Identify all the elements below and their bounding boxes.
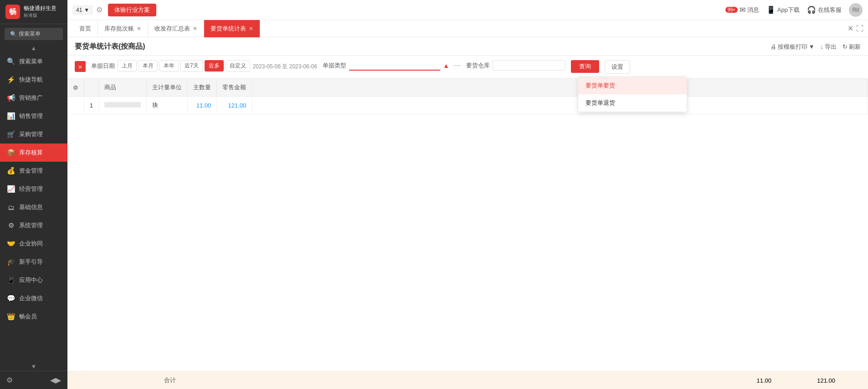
sidebar-item-enterprise[interactable]: 🤝 企业协同 [0,235,67,253]
logo-icon: 畅 [5,5,20,19]
hot-btn[interactable]: 近多 [205,60,224,72]
sidebar-label-marketing: 营销推广 [19,94,43,102]
online-service-btn[interactable]: 🎧 在线客服 [807,5,842,14]
user-avatar[interactable]: Rit [849,3,863,17]
sidebar-scroll-down[interactable]: ▼ [0,362,67,371]
tab-inventory-batch[interactable]: 库存批次账✕ [98,20,148,37]
store-badge[interactable]: 41 ▼ [73,5,92,15]
warehouse-filter-input[interactable] [493,60,565,71]
sidebar-icon-member: 👑 [6,312,15,321]
sidebar-icon-app-center: 📱 [6,276,15,285]
content-area: 要货单统计表(按商品) 🖨 按模板打印 ▼ ↓ 导出 ↻ 刷新 » [67,37,868,389]
th-settings[interactable]: ⚙ [67,79,84,97]
sidebar-item-enterprise-wechat[interactable]: 💬 企业微信 [0,289,67,307]
industry-btn[interactable]: 体验行业方案 [108,4,156,16]
tab-label-inventory-batch: 库存批次账 [104,25,134,33]
sidebar-item-newbie[interactable]: 🎓 新手引导 [0,253,67,271]
th-unit: 主计量单位 [147,79,188,97]
sidebar-item-inventory[interactable]: 📦 库存核算 [0,143,67,162]
last-month-btn[interactable]: 上月 [118,60,137,72]
tab-close-receivables-summary[interactable]: ✕ [193,26,197,32]
dropdown-item-order-return[interactable]: 要货单退货 [578,94,687,112]
export-btn[interactable]: ↓ 导出 [819,43,837,51]
tab-label-order-stats: 要货单统计表 [211,25,246,33]
sidebar-item-finance[interactable]: 💰 资金管理 [0,162,67,180]
goods-placeholder [104,102,141,107]
type-filter-more[interactable]: ··· [454,61,461,70]
custom-btn[interactable]: 自定义 [226,60,250,72]
type-filter-arrow[interactable]: ▲ [443,62,449,69]
phone-icon: 📱 [766,5,776,14]
th-quantity: 主数量 [188,79,217,97]
sidebar-item-purchase[interactable]: 🛒 采购管理 [0,125,67,143]
export-icon: ↓ [821,43,824,50]
date-filter-label: 单据日期 [91,62,115,70]
sidebar-item-sales[interactable]: 📊 销售管理 [0,107,67,125]
sidebar-label-quick-nav: 快捷导航 [19,76,43,84]
filter-expand-btn[interactable]: » [75,61,86,72]
query-btn[interactable]: 查询 [571,60,599,73]
sidebar-scroll-up[interactable]: ▲ [0,44,67,52]
date-range-display: 2023-05-06 至 2023-06-06 [253,63,317,71]
th-row-num [84,79,99,97]
message-badge: 99+ [725,7,738,13]
type-filter-input[interactable] [349,60,440,71]
sidebar-icon-newbie: 🎓 [6,257,15,266]
sidebar-label-enterprise: 企业协同 [19,240,43,248]
export-label: 导出 [825,43,837,51]
close-window-icon[interactable]: ✕ [847,24,853,33]
last-7-days-btn[interactable]: 近7天 [180,60,203,72]
sidebar-icon-enterprise-wechat: 💬 [6,294,15,303]
sidebar-search[interactable]: 🔍 搜索菜单 [5,28,63,40]
tab-close-inventory-batch[interactable]: ✕ [137,26,141,32]
refresh-btn[interactable]: ↻ 刷新 [841,43,861,51]
sidebar-item-operations[interactable]: 📈 经营管理 [0,180,67,198]
td-settings [67,97,84,114]
table-header-row: ⚙ 商品 主计量单位 主数量 零售金额 [67,79,868,97]
th-amount: 零售金额 [217,79,252,97]
tab-receivables-summary[interactable]: 收发存汇总表✕ [148,20,204,37]
sidebar-label-operations: 经营管理 [19,185,43,193]
sidebar-item-system[interactable]: ⚙ 系统管理 [0,216,67,235]
td-unit: 块 [147,97,188,114]
footer-quantity: 11.00 [735,377,771,384]
collapse-icon[interactable]: ◀▶ [50,376,61,384]
app-download-btn[interactable]: 📱 App下载 [766,5,800,14]
tab-close-order-stats[interactable]: ✕ [249,26,253,32]
sidebar-item-search[interactable]: 🔍 搜索菜单 [0,52,67,71]
print-icon: 🖨 [770,43,776,50]
user-name: Rit [853,7,859,13]
sidebar-item-app-center[interactable]: 📱 应用中心 [0,271,67,289]
td-amount: 121.00 [217,97,252,114]
sidebar-item-marketing[interactable]: 📢 营销推广 [0,89,67,107]
print-btn[interactable]: 🖨 按模板打印 ▼ [769,43,815,51]
sidebar-label-inventory: 库存核算 [19,148,43,157]
sidebar-item-member[interactable]: 👑 畅会员 [0,307,67,326]
table-footer: 合计 11.00 121.00 [67,371,868,389]
sidebar-search-label: 搜索菜单 [19,30,41,38]
warehouse-filter-label: 要货仓库 [466,61,490,70]
this-year-btn[interactable]: 本年 [159,60,179,72]
logo-title: 畅捷通好生意 [24,5,56,12]
this-month-btn[interactable]: 本月 [139,60,158,72]
print-dropdown-icon: ▼ [809,43,815,50]
dropdown-item-order-goods[interactable]: 要货单要货 [578,77,687,94]
topbar-left: 41 ▼ ⚙ 体验行业方案 [73,4,725,16]
main-content: 41 ▼ ⚙ 体验行业方案 99+ ✉ 消息 📱 App下载 🎧 在线客服 Ri… [67,0,868,389]
maximize-window-icon[interactable]: ⛶ [856,25,863,33]
tab-home[interactable]: 首页 [73,20,98,37]
topbar-settings-icon[interactable]: ⚙ [96,5,103,14]
settings-icon[interactable]: ⚙ [6,376,13,384]
sidebar-icon-purchase: 🛒 [6,130,15,139]
filter-settings-btn[interactable]: 设置 [605,60,630,74]
page-actions: 🖨 按模板打印 ▼ ↓ 导出 ↻ 刷新 [769,43,861,51]
sidebar-item-quick-nav[interactable]: ⚡ 快捷导航 [0,71,67,89]
sidebar-item-basic-info[interactable]: 🗂 基础信息 [0,198,67,216]
filter-bar: » 单据日期 上月 本月 本年 近7天 近多 自定义 2023-05-06 至 … [67,56,868,79]
sidebar-icon-system: ⚙ [6,221,15,230]
messages-label: 消息 [747,6,759,14]
sidebar-label-basic-info: 基础信息 [19,203,43,211]
messages-btn[interactable]: 99+ ✉ 消息 [725,5,759,14]
page-header: 要货单统计表(按商品) 🖨 按模板打印 ▼ ↓ 导出 ↻ 刷新 [67,37,868,56]
tab-order-stats[interactable]: 要货单统计表✕ [204,20,260,37]
